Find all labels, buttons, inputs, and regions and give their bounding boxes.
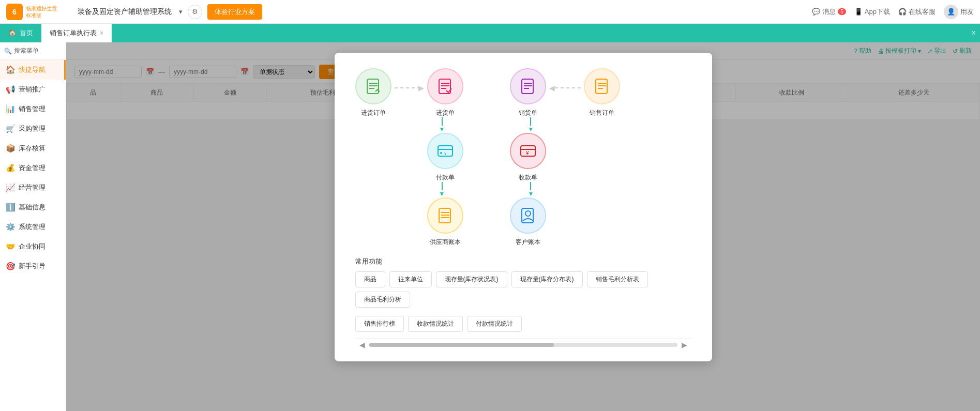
- search-menu-button[interactable]: 🔍 搜索菜单: [0, 42, 66, 60]
- inventory-icon: 📦: [6, 144, 14, 153]
- sidebar-item-finance[interactable]: 💰 资金管理: [0, 158, 66, 178]
- tab-home[interactable]: 🏠 首页: [0, 24, 41, 42]
- common-function-button[interactable]: 商品: [355, 271, 385, 287]
- content-area: ? 帮助 🖨 按模板打印 ▾ ↗ 导出 ↺ 刷新: [66, 42, 980, 411]
- sidebar-item-inventory[interactable]: 📦 库存核算: [0, 139, 66, 158]
- close-all-tabs-icon[interactable]: ×: [971, 28, 976, 38]
- flow-circle-xhorder: [584, 68, 620, 104]
- enterprise-icon: 🤝: [6, 242, 14, 251]
- flow-arrow-right1: ▶: [391, 84, 427, 92]
- search-icon: 🔍: [4, 48, 12, 55]
- flow-circle-gysztb: [427, 197, 463, 234]
- scroll-bar-area: ◀ ▶: [355, 338, 691, 351]
- close-tab-icon[interactable]: ×: [100, 24, 103, 42]
- sidebar-item-quick-nav[interactable]: 🏠 快捷导航: [0, 60, 66, 80]
- top-bar: 6 畅康通好生意 标准版 装备及固定资产辅助管理系统 ▾ ⚙ 体验行业方案 💬 …: [0, 0, 980, 24]
- logo-area: 6 畅康通好生意 标准版: [6, 4, 72, 20]
- flow-circle-jhdorder: [355, 68, 391, 104]
- flow-node-jhdorder[interactable]: 进货订单: [355, 68, 391, 117]
- common-function-button[interactable]: 现存量(库存状况表): [436, 271, 507, 287]
- app-download-button[interactable]: 📱 App下载: [854, 7, 890, 17]
- flow-label-xhorder: 销售订单: [590, 109, 614, 117]
- common-function-button[interactable]: 销售毛利分析表: [587, 271, 648, 287]
- scroll-track[interactable]: [369, 343, 677, 347]
- flow-label-gysztb: 供应商账本: [430, 238, 461, 247]
- sidebar-item-purchase[interactable]: 🛒 采购管理: [0, 119, 66, 139]
- flow-node-xhd[interactable]: 销货单: [510, 68, 546, 117]
- common-functions-buttons: 商品往来单位现存量(库存状况表)现存量(库存分布表)销售毛利分析表商品毛利分析销…: [355, 271, 691, 332]
- flow-circle-jhd: [427, 68, 463, 104]
- message-button[interactable]: 💬 消息 5: [812, 7, 846, 17]
- sidebar-item-sales[interactable]: 📊 销售管理: [0, 99, 66, 119]
- flow-circle-khztb: [510, 197, 546, 234]
- sidebar-item-enterprise[interactable]: 🤝 企业协同: [0, 237, 66, 256]
- flow-node-khztb[interactable]: 客户账本: [510, 197, 546, 247]
- settings-button[interactable]: ⚙: [188, 5, 202, 19]
- user-menu[interactable]: 👤 用友: [944, 5, 974, 19]
- trial-button[interactable]: 体验行业方案: [207, 4, 262, 20]
- flow-label-xhd: 销货单: [519, 109, 537, 117]
- svg-point-10: [440, 152, 442, 154]
- flow-circle-skd: ¥: [510, 133, 546, 169]
- common-function-button[interactable]: 往来单位: [389, 271, 432, 287]
- info-icon: ℹ️: [6, 203, 14, 211]
- arrow-icon: ▶: [418, 84, 424, 92]
- common-functions-title: 常用功能: [355, 257, 691, 266]
- flow-circle-xhd: [510, 68, 546, 104]
- nav-tabs: 🏠 首页 销售订单执行表 × ×: [0, 24, 980, 42]
- sidebar-item-basic-info[interactable]: ℹ️ 基础信息: [0, 197, 66, 217]
- flow-node-gysztb[interactable]: 供应商账本: [427, 197, 463, 247]
- flow-node-fkd[interactable]: ¥ 付款单: [427, 133, 463, 182]
- flow-node-skd[interactable]: ¥ 收款单: [510, 133, 546, 182]
- sidebar-item-operations[interactable]: 📈 经营管理: [0, 178, 66, 197]
- svg-text:¥: ¥: [525, 150, 529, 156]
- marketing-icon: 📢: [6, 85, 14, 94]
- svg-text:¥: ¥: [444, 151, 447, 156]
- purchase-icon: 🛒: [6, 125, 14, 133]
- message-icon: 💬: [812, 8, 820, 16]
- message-badge: 5: [838, 8, 846, 15]
- flow-label-jhd: 进货单: [436, 109, 455, 117]
- common-function-button[interactable]: 付款情况统计: [467, 316, 522, 332]
- system-title: 装备及固定资产辅助管理系统: [78, 7, 172, 17]
- operations-icon: 📈: [6, 184, 14, 192]
- common-functions-section: 常用功能 商品往来单位现存量(库存状况表)现存量(库存分布表)销售毛利分析表商品…: [355, 257, 691, 332]
- sales-icon: 📊: [6, 105, 14, 113]
- logo-icon: 6: [6, 4, 23, 20]
- flow-label-fkd: 付款单: [436, 173, 455, 182]
- avatar: 👤: [944, 5, 958, 19]
- scroll-right-icon[interactable]: ▶: [682, 341, 687, 349]
- sidebar-item-marketing[interactable]: 📢 营销推广: [0, 80, 66, 99]
- common-function-button[interactable]: 商品毛利分析: [355, 292, 410, 308]
- svg-point-28: [525, 211, 531, 216]
- flow-node-jhd[interactable]: 进货单: [427, 68, 463, 117]
- phone-icon: 📱: [854, 8, 863, 16]
- headset-icon: 🎧: [898, 8, 907, 16]
- sidebar-item-newbie[interactable]: 🎯 新手引导: [0, 256, 66, 276]
- flow-circle-fkd: ¥: [427, 133, 463, 169]
- tab-sales-order[interactable]: 销售订单执行表 ×: [41, 24, 112, 42]
- scroll-left-icon[interactable]: ◀: [359, 341, 365, 349]
- newbie-icon: 🎯: [6, 262, 14, 270]
- common-function-button[interactable]: 现存量(库存分布表): [511, 271, 583, 287]
- finance-icon: 💰: [6, 164, 14, 172]
- sidebar-item-system[interactable]: ⚙️ 系统管理: [0, 217, 66, 237]
- online-service-button[interactable]: 🎧 在线客服: [898, 7, 936, 17]
- main-layout: 🔍 搜索菜单 🏠 快捷导航 📢 营销推广 📊 销售管理 🛒 采购管理 📦 库存核…: [0, 42, 980, 411]
- flow-label-jhdorder: 进货订单: [361, 109, 386, 117]
- scroll-thumb: [369, 343, 554, 347]
- common-function-button[interactable]: 收款情况统计: [408, 316, 463, 332]
- flow-label-khztb: 客户账本: [516, 238, 540, 247]
- home-icon: 🏠: [6, 66, 14, 74]
- flow-node-xhorder[interactable]: 销售订单: [584, 68, 620, 117]
- logo-text: 畅康通好生意 标准版: [26, 5, 57, 19]
- system-icon: ⚙️: [6, 223, 14, 231]
- flow-label-skd: 收款单: [519, 173, 537, 182]
- sidebar: 🔍 搜索菜单 🏠 快捷导航 📢 营销推广 📊 销售管理 🛒 采购管理 📦 库存核…: [0, 42, 66, 411]
- flow-popup: 进货订单 ▶: [335, 53, 712, 361]
- home-icon: 🏠: [8, 24, 17, 42]
- dropdown-arrow-icon[interactable]: ▾: [179, 8, 183, 16]
- top-right-actions: 💬 消息 5 📱 App下载 🎧 在线客服 👤 用友: [812, 5, 974, 19]
- common-function-button[interactable]: 销售排行榜: [355, 316, 404, 332]
